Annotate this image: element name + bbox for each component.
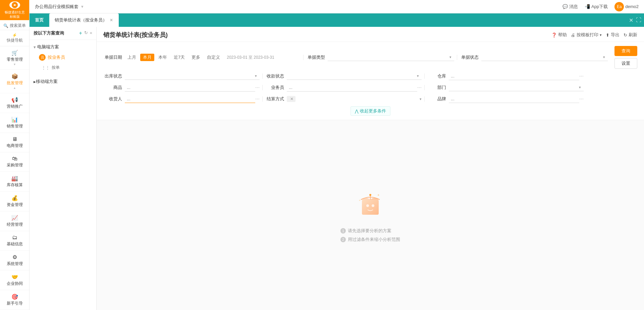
sidebar-shortcut-nav[interactable]: ⚡ 快捷导航 — [0, 30, 29, 46]
svg-text:✦: ✦ — [377, 193, 380, 197]
department-label: 部门 — [427, 85, 446, 91]
query-button[interactable]: 查询 — [614, 46, 637, 56]
date-prev-month[interactable]: 上月 — [125, 54, 139, 61]
date-custom[interactable]: 自定义 — [204, 54, 223, 61]
add-scheme-btn[interactable]: + — [79, 30, 82, 36]
receiver-label: 收货人 — [103, 96, 122, 102]
logo-sub: 标账版 — [10, 14, 20, 19]
finance-label: 资金管理 — [7, 202, 23, 208]
sep7 — [262, 96, 263, 102]
app-download-btn[interactable]: 📲 App下载 — [585, 4, 608, 10]
right-panel: 销货单统计表(按业务员) ❓ 帮助 🖨 按模板打印 ▾ ⬆ 导出 — [97, 27, 644, 310]
header-right: 💬 消息 📲 App下载 Ea demo2 — [562, 2, 639, 11]
tab-sales-stat[interactable]: 销货单统计表（按业务员） ✕ — [49, 13, 119, 27]
collapse-btn[interactable]: ⋀ 收起更多条件 — [351, 106, 390, 116]
tab-close-window-btn[interactable]: ✕ — [629, 17, 633, 23]
sidebar-item-ecommerce[interactable]: 🖥 电商管理 — [0, 133, 29, 152]
svg-rect-1 — [362, 200, 379, 215]
scheme-item-order[interactable]: ⋮⋮ 按单 — [30, 63, 96, 72]
print-label: 按模板打印 — [577, 32, 598, 38]
refresh-scheme-btn[interactable]: ↻ — [84, 30, 88, 36]
settlement-label: 结算方式 — [265, 96, 284, 102]
salesperson-dots[interactable]: ··· — [417, 85, 422, 91]
receiver-dots[interactable]: ··· — [255, 96, 260, 102]
doc-type-select[interactable]: ▾ — [328, 54, 454, 61]
doc-type-filter: 单据类型 ▾ — [306, 54, 454, 61]
sidebar-item-marketing[interactable]: 📢 营销推广 — [0, 93, 29, 113]
setting-button[interactable]: 设置 — [614, 58, 637, 69]
collapse-icon: ⋀ — [355, 109, 359, 114]
shortcut-icon: ⚡ — [12, 33, 17, 38]
tab-bar-right: ✕ ⛶ — [629, 17, 644, 23]
goods-dots[interactable]: ··· — [255, 85, 260, 91]
warehouse-dots[interactable]: ··· — [579, 73, 584, 79]
warehouse-label: 仓库 — [427, 73, 446, 79]
sidebar-item-enterprise[interactable]: 🤝 企业协同 — [0, 270, 29, 290]
desktop-group-label: 电脑端方案 — [37, 44, 59, 50]
date-last7[interactable]: 近7天 — [171, 54, 187, 61]
search-label: 搜索菜单 — [10, 23, 26, 29]
help-icon: ❓ — [551, 33, 557, 38]
out-status-filter: 出库状态 ▾ — [103, 72, 260, 80]
brand-input[interactable] — [449, 95, 579, 103]
department-select[interactable]: ▾ — [449, 84, 584, 91]
out-status-select[interactable]: ▾ — [125, 72, 260, 80]
collapse-label: 收起更多条件 — [360, 108, 386, 114]
desktop-group-header[interactable]: ▾ 电脑端方案 — [30, 42, 96, 52]
department-filter: 部门 ▾ — [427, 84, 584, 91]
settlement-clear-tag: ✕ — [287, 96, 296, 102]
filter-row-4: 收货人 ··· 结算方式 ✕ ▾ — [103, 95, 637, 103]
filter-row-2: 出库状态 ▾ 收款状态 ▾ — [103, 72, 637, 80]
collapse-panel-btn[interactable]: « — [90, 30, 92, 36]
svg-point-2 — [366, 204, 369, 207]
left-panel: 按以下方案查询 + ↻ « ▾ 电脑端方案 员 按业务员 ⋮⋮ — [30, 27, 97, 310]
collapse-row: ⋀ 收起更多条件 — [103, 106, 637, 116]
sidebar-item-finance[interactable]: 💰 资金管理 — [0, 192, 29, 211]
scheme-item-salesperson[interactable]: 员 按业务员 — [30, 52, 96, 63]
enterprise-icon: 🤝 — [11, 274, 18, 280]
tab-close-btn[interactable]: ✕ — [110, 18, 113, 22]
user-area[interactable]: Ea demo2 — [614, 2, 639, 11]
print-btn[interactable]: 🖨 按模板打印 ▾ — [571, 32, 602, 38]
content-area: 按以下方案查询 + ↻ « ▾ 电脑端方案 员 按业务员 ⋮⋮ — [30, 27, 644, 310]
export-btn[interactable]: ⬆ 导出 — [606, 32, 620, 38]
shortcut-label: 快捷导航 — [7, 38, 23, 43]
marketing-label: 营销推广 — [7, 104, 23, 109]
page-title: 销货单统计表(按业务员) — [103, 31, 168, 39]
warehouse-input[interactable] — [449, 72, 579, 80]
sidebar-item-wholesale[interactable]: 📦 批发管理 ▴ — [0, 70, 29, 93]
date-more[interactable]: 更多 — [189, 54, 203, 61]
settlement-clear-btn[interactable]: ✕ — [290, 97, 293, 101]
mobile-group-header[interactable]: ▸ 移动端方案 — [30, 76, 96, 87]
tab-home[interactable]: 首页 — [30, 13, 49, 27]
sidebar-search[interactable]: 🔍 搜索菜单 — [0, 20, 29, 30]
doc-status-select[interactable]: ▾ — [481, 54, 608, 61]
help-btn[interactable]: ❓ 帮助 — [551, 32, 567, 38]
sidebar-item-operation[interactable]: 📈 经营管理 — [0, 211, 29, 231]
sidebar-item-retail[interactable]: 🛒 零售管理 ▾ — [0, 46, 29, 70]
brand-dots[interactable]: ··· — [579, 96, 584, 102]
sidebar-item-purchase[interactable]: 🛍 采购管理 — [0, 152, 29, 172]
sidebar-item-basic[interactable]: 🗂 基础信息 — [0, 231, 29, 251]
goods-input[interactable] — [125, 84, 255, 92]
payment-status-select[interactable]: ▾ — [287, 72, 422, 80]
tab-bar: 首页 销货单统计表（按业务员） ✕ ✕ ⛶ — [30, 13, 644, 27]
refresh-btn[interactable]: ↻ 刷新 — [624, 32, 637, 38]
date-this-year[interactable]: 本年 — [156, 54, 170, 61]
message-btn[interactable]: 💬 消息 — [562, 4, 578, 10]
empty-illustration: ✦ ✦ — [354, 186, 387, 220]
sidebar-item-inventory[interactable]: 🏭 库存核算 — [0, 172, 29, 192]
sidebar-item-sales[interactable]: 📊 销售管理 — [0, 113, 29, 133]
sidebar-item-system[interactable]: ⚙ 系统管理 — [0, 251, 29, 270]
tab-maximize-btn[interactable]: ⛶ — [636, 17, 641, 23]
settlement-chevron: ▾ — [420, 97, 422, 101]
sep3 — [262, 73, 263, 79]
sidebar-item-newuser[interactable]: 🎯 新手引导 — [0, 290, 29, 310]
date-options: 上月 本月 本年 近7天 更多 自定义 2023-03-01 至 2023-03… — [125, 54, 274, 61]
salesperson-input[interactable] — [287, 84, 417, 92]
date-this-month[interactable]: 本月 — [140, 54, 154, 61]
salesperson-label: 业务员 — [265, 85, 284, 91]
tip-num-1: 1 — [340, 228, 346, 234]
receiver-input[interactable] — [125, 95, 255, 103]
print-arrow: ▾ — [600, 33, 602, 37]
